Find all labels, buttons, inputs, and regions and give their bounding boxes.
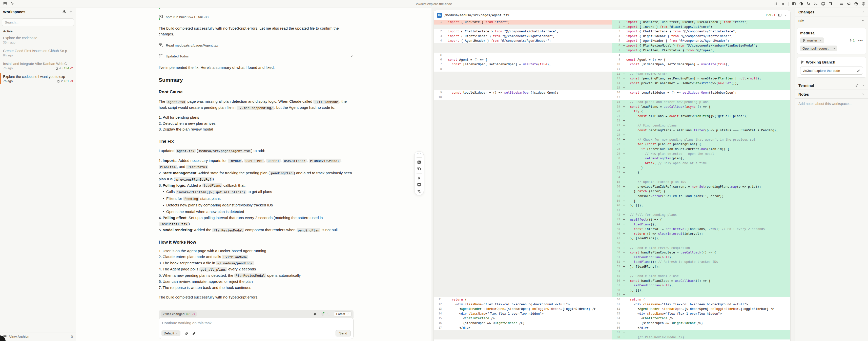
bullet-item: •Filters for Pending status plans bbox=[159, 195, 353, 202]
git-compare-icon[interactable] bbox=[417, 189, 421, 193]
diff-line: 56+ const handlePlanClose = useCallback(… bbox=[612, 279, 790, 283]
list-item: 2.Claude enters plan mode and calls Exit… bbox=[159, 254, 353, 260]
panel-left-icon[interactable] bbox=[792, 2, 796, 6]
diff-row: 6+import { PlanReviewModal } from "@/com… bbox=[434, 43, 790, 48]
menu-icon[interactable] bbox=[839, 2, 843, 6]
sign-out-icon[interactable] bbox=[10, 2, 14, 6]
terminal-section-header[interactable]: Terminal bbox=[795, 81, 868, 90]
send-button[interactable]: Send bbox=[336, 330, 351, 336]
window-title: vk/3ccf-explore-the-code bbox=[0, 0, 868, 8]
search-input[interactable] bbox=[2, 19, 74, 26]
heading: Root Cause bbox=[159, 90, 353, 95]
tool-call-row[interactable]: npm run build 2>&1 | tail -80 bbox=[159, 14, 353, 20]
chevron-down-icon[interactable] bbox=[784, 14, 787, 17]
changes-section-header[interactable]: Changes bbox=[795, 8, 868, 17]
files-changed-badge[interactable]: 2 files changed +61 -3 bbox=[161, 311, 197, 317]
workspaces-title: Workspaces bbox=[3, 10, 59, 14]
workspace-title: Explore the codebase bbox=[3, 36, 73, 40]
diff-row: 811 bbox=[434, 67, 790, 71]
tool-call-row[interactable]: Updated Todos bbox=[159, 54, 353, 59]
help-icon[interactable] bbox=[854, 2, 858, 6]
diff-row: 13+ const [pendingPlan, setPendingPlan] … bbox=[434, 76, 790, 81]
tool-call-row[interactable]: Read medusa/src/pages/Agent.tsx bbox=[159, 43, 353, 48]
workspace-item[interactable]: Explore the codebase35m ago bbox=[0, 34, 76, 46]
working-branch-field[interactable]: vk/3ccf-explore-the-code bbox=[800, 66, 863, 74]
attach-icon[interactable] bbox=[184, 331, 188, 335]
diff-line: 11 return ( bbox=[434, 297, 612, 302]
expand-icon[interactable] bbox=[855, 84, 859, 87]
workspace-item[interactable]: Explore the codebase I want you to exp7h… bbox=[0, 72, 76, 85]
drag-handle[interactable]: ••• bbox=[417, 153, 422, 155]
burst-icon[interactable] bbox=[313, 312, 317, 316]
diff-row: 6const Agent = () => {9const Agent = () … bbox=[434, 57, 790, 62]
diff-filler bbox=[434, 180, 612, 184]
theme-icon[interactable] bbox=[799, 2, 803, 6]
list-item: 5.Modal rendering: Added the PlanReviewM… bbox=[159, 227, 353, 233]
pause-icon[interactable] bbox=[774, 2, 778, 6]
notes-section-header[interactable]: Notes bbox=[795, 90, 868, 99]
add-workspace-button[interactable] bbox=[69, 10, 73, 14]
branch-dropdown[interactable]: master bbox=[800, 37, 824, 43]
diff-header[interactable]: TS /medusa/medusa/src/pages/Agent.tsx +5… bbox=[434, 10, 790, 20]
git-compare-icon[interactable] bbox=[807, 2, 811, 6]
workspace-time: 35m ago bbox=[3, 41, 73, 44]
layers-icon[interactable] bbox=[62, 10, 66, 14]
diff-row: 49+ // Handle plan review completion bbox=[434, 246, 790, 250]
workspace-item[interactable]: Create Good First Issues on Github So p6… bbox=[0, 46, 76, 59]
split-view-icon[interactable] bbox=[778, 13, 782, 17]
diff-filler bbox=[434, 194, 612, 198]
diff-line: 14 <div className="flex flex-1 overflow-… bbox=[434, 311, 612, 316]
diff-row: 68+ {/* Plan Review Modal */} bbox=[434, 335, 790, 340]
ordered-list: 1.Poll for pending plans2.Detect when a … bbox=[159, 114, 353, 132]
conversation-scroll[interactable]: npm run build 2>&1 | tail -80The build c… bbox=[159, 8, 353, 310]
chevron-right-icon bbox=[862, 10, 865, 13]
inline-code: previousPlanIdsRef bbox=[175, 177, 213, 181]
latest-dropdown[interactable]: Latest bbox=[334, 311, 351, 317]
chevron-down-icon[interactable] bbox=[350, 54, 353, 58]
open-pull-request-button[interactable]: Open pull request bbox=[800, 45, 831, 51]
diff-line: 38+ console.error('Failed to load plans:… bbox=[612, 194, 790, 198]
diff-row: 34+ bbox=[434, 175, 790, 180]
workspace-diffstats: 4+134-2 bbox=[55, 66, 73, 70]
diff-line: 46+ return () => clearInterval(interval)… bbox=[612, 231, 790, 236]
diff-row: 42+ // Poll for pending plans bbox=[434, 213, 790, 217]
diff-line: 68+ {/* Plan Review Modal */} bbox=[612, 335, 790, 340]
git-section-header[interactable]: Git bbox=[795, 17, 868, 25]
notes-placeholder[interactable]: Add notes about this workspace... bbox=[795, 99, 868, 109]
diff-line: 3import { ChatInterface } from "@/compon… bbox=[612, 29, 790, 34]
pr-options-button[interactable] bbox=[831, 45, 837, 51]
play-icon[interactable] bbox=[417, 176, 421, 180]
titlebar-left-icons bbox=[3, 0, 14, 8]
terminal-icon[interactable] bbox=[814, 2, 818, 6]
diff-filler bbox=[434, 189, 612, 194]
heading: The Fix bbox=[159, 139, 353, 144]
todos-status-icon[interactable] bbox=[320, 312, 324, 316]
panel-right-icon[interactable] bbox=[829, 2, 833, 6]
settings-icon[interactable] bbox=[861, 2, 865, 6]
model-dropdown[interactable]: Default bbox=[161, 330, 180, 336]
workspace-item[interactable]: Install and integrate Vibe Kanban Web C7… bbox=[0, 59, 76, 72]
diff-row: 53+ }, [loadPlans]); bbox=[434, 265, 790, 269]
archive-icon[interactable] bbox=[3, 2, 7, 6]
collapse-up-icon[interactable] bbox=[781, 2, 785, 6]
copy-icon[interactable] bbox=[417, 167, 421, 171]
ahead-count: 1 bbox=[853, 38, 855, 42]
diff-off-icon[interactable] bbox=[417, 160, 421, 164]
diff-filler bbox=[434, 203, 612, 208]
edit-pencil-icon[interactable] bbox=[857, 69, 860, 72]
monitor-icon[interactable] bbox=[821, 2, 825, 6]
view-archive-button[interactable]: View Archive 0 bbox=[0, 332, 76, 341]
megaphone-icon[interactable] bbox=[847, 2, 851, 6]
more-options-button[interactable]: ••• bbox=[858, 38, 863, 42]
composer-placeholder: Continue working on this task... bbox=[162, 321, 350, 325]
diff-line: 32+ } bbox=[612, 165, 790, 170]
annotate-pen-icon[interactable] bbox=[192, 331, 196, 335]
message-composer[interactable]: Continue working on this task... Default… bbox=[159, 318, 353, 339]
diff-row: 1017 bbox=[434, 95, 790, 100]
diff-card: TS /medusa/medusa/src/pages/Agent.tsx +5… bbox=[433, 10, 790, 341]
monitor-icon[interactable] bbox=[417, 183, 421, 187]
bold-text: Polling effect bbox=[163, 216, 187, 220]
diff-row: 2import { ChatInterface } from "@/compon… bbox=[434, 29, 790, 34]
chevron-down-icon bbox=[862, 19, 865, 22]
diff-line: 18+ // Load plans and detect new pending… bbox=[612, 100, 790, 104]
